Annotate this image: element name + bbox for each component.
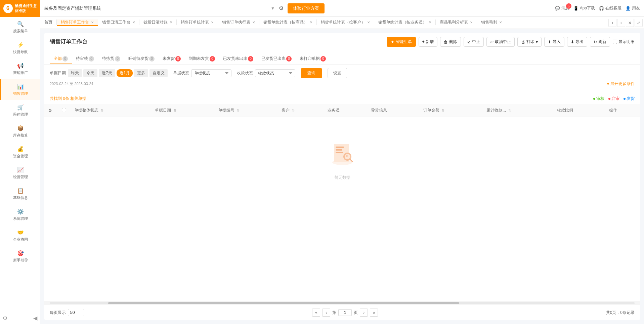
tab-scroll-right[interactable]: › [617,19,625,27]
tab-0[interactable]: 首页 [40,19,57,25]
stop-button[interactable]: ⊘ 中止 [464,37,484,47]
tab-7[interactable]: 销货单统计表（按客户）✕ [317,19,374,25]
sub-tab-2[interactable]: 待拣货0 [98,54,124,64]
date-1month-btn[interactable]: 近1月 [117,69,133,77]
tab-close-all[interactable]: ✕ [626,19,634,27]
tab-8[interactable]: 销货单统计表（按业务员）✕ [374,19,436,25]
collapse-icon[interactable]: ◀ [33,315,37,321]
page-size-select[interactable]: 50 20 100 [68,309,84,316]
th-config[interactable]: ⚙ [44,104,58,117]
sidebar-item-库存核算[interactable]: 📦库存核算 [0,121,40,142]
settings-icon[interactable]: ⚙ [3,315,7,321]
filter-area: 单据日期 昨天 今天 近7天 近1月 更多 自定义 单据状态 [44,65,640,93]
sidebar-item-快捷导航[interactable]: ⚡快捷导航 [0,38,40,58]
tab-4[interactable]: 销售订单统计表✕ [177,19,218,25]
tab-maximize[interactable]: ⤢ [635,19,643,27]
sidebar-item-企业协同[interactable]: 🤝企业协同 [0,225,40,246]
expand-more-button[interactable]: ▾ 展开更多条件 [607,81,635,87]
tab-scroll-left[interactable]: ‹ [608,19,616,27]
date-yesterday-btn[interactable]: 昨天 [68,69,82,77]
sidebar-item-搜索菜单[interactable]: 🔍搜索菜单 [0,17,40,38]
print-button[interactable]: 🖨 打印 ▾ [517,37,542,47]
delete-button[interactable]: 🗑 删除 [440,37,461,47]
tab-6[interactable]: 销货单统计表（按商品）✕ [259,19,317,25]
tab-close-8[interactable]: ✕ [429,21,431,24]
mobile-icon: 📱 [573,6,578,11]
bulk-cancel-button[interactable]: 弃审 [608,96,619,102]
sidebar-icon-3: 📊 [17,83,24,90]
tab-close-9[interactable]: ✕ [470,21,473,24]
scrollbar-thumb[interactable] [108,302,459,304]
sidebar-item-系统管理[interactable]: ⚙️系统管理 [0,204,40,225]
sub-tab-6[interactable]: 已发货未出库0 [219,54,257,64]
sub-tab-0[interactable]: 全部0 [50,54,72,64]
import-button[interactable]: ⬆ 导入 [544,37,564,47]
sub-tab-3[interactable]: 旺铺待发货0 [124,54,159,64]
ai-generate-button[interactable]: ★ 智能生单 [387,37,416,47]
gear-icon[interactable]: ⚙ [279,5,284,11]
select-all-checkbox[interactable] [62,108,66,112]
payment-filter-select[interactable]: 收款状态 [255,69,295,77]
tab-close-3[interactable]: ✕ [170,21,172,24]
sub-tab-label-8: 未打印单据 [300,56,320,61]
date-more-btn[interactable]: 更多 [134,69,148,77]
next-page-btn[interactable]: › [360,309,368,317]
tab-10[interactable]: 销售毛利✕ [477,19,506,25]
date-custom-btn[interactable]: 自定义 [149,69,168,77]
sidebar-item-销售管理[interactable]: 📊销售管理 [0,79,40,100]
app-download-button[interactable]: 📱 App下载 [573,5,595,11]
status-filter-select[interactable]: 单据状态 [191,69,231,77]
new-button[interactable]: + 新增 [419,37,437,47]
star-icon: ★ [391,40,394,44]
tab-container: 首页销售订单工作台✕钱货日清工作台✕钱货日清对账✕销售订单统计表✕销售订单执行表… [40,19,607,26]
horizontal-scrollbar[interactable] [44,301,640,305]
sub-tab-4[interactable]: 未发货0 [159,54,185,64]
tab-close-7[interactable]: ✕ [367,21,370,24]
sidebar-item-采购管理[interactable]: 🛒采购管理 [0,100,40,121]
tab-close-2[interactable]: ✕ [132,21,135,24]
date-7days-btn[interactable]: 近7天 [99,69,115,77]
last-page-btn[interactable]: » [370,309,378,317]
filter-setting-button[interactable]: 设置 [328,68,347,78]
cancel-stop-button[interactable]: ↩ 取消中止 [486,37,515,47]
tab-5[interactable]: 销售订单执行表✕ [218,19,259,25]
tab-close-10[interactable]: ✕ [499,21,502,24]
tab-label-6: 销货单统计表（按商品） [263,19,308,25]
tab-2[interactable]: 钱货日清工作台✕ [98,19,139,25]
show-detail-checkbox[interactable] [613,40,617,44]
th-checkbox[interactable] [58,104,70,117]
sidebar-item-经营管理[interactable]: 📈经营管理 [0,163,40,184]
sidebar-item-营销推广[interactable]: 📢营销推广 [0,58,40,79]
app-logo: 6 畅捷通好生意 标准版 [0,0,40,17]
tab-close-4[interactable]: ✕ [211,21,214,24]
sub-tab-8[interactable]: 未打印单据0 [296,54,330,64]
refresh-button[interactable]: ↻ 刷新 [590,37,610,47]
export-button[interactable]: ⬇ 导出 [567,37,587,47]
tab-close-6[interactable]: ✕ [310,21,312,24]
sub-tab-5[interactable]: 到期未发货0 [185,54,219,64]
sidebar-item-资金管理[interactable]: 💰资金管理 [0,142,40,163]
sub-tab-1[interactable]: 待审核0 [72,54,98,64]
first-page-btn[interactable]: « [312,309,320,317]
system-dropdown-arrow[interactable]: ▼ [271,6,275,11]
message-button[interactable]: 💬 消息 6 [555,5,569,11]
online-service-button[interactable]: 🎧 在线客服 [599,5,621,11]
tab-close-1[interactable]: ✕ [91,21,94,24]
tab-close-5[interactable]: ✕ [252,21,255,24]
sub-tab-7[interactable]: 已发货已出库0 [257,54,296,64]
tab-3[interactable]: 钱货日清对账✕ [139,19,177,25]
tab-9[interactable]: 商品毛利分析表✕ [436,19,477,25]
bulk-ship-button[interactable]: 发货 [624,96,635,102]
sidebar-item-基础信息[interactable]: 📋基础信息 [0,184,40,204]
industry-solution-button[interactable]: 体验行业方案 [288,3,325,13]
query-button[interactable]: 查询 [301,68,322,78]
bulk-approve-button[interactable]: 审核 [593,96,604,102]
prev-page-btn[interactable]: ‹ [322,309,330,317]
tab-1[interactable]: 销售订单工作台✕ [57,19,98,26]
page-number-input[interactable] [338,309,352,316]
tab-label-8: 销货单统计表（按业务员） [378,19,427,25]
date-today-btn[interactable]: 今天 [83,69,97,77]
svg-rect-3 [336,149,342,151]
user-menu[interactable]: 👤 用友 [626,5,640,11]
sidebar-item-新手引导[interactable]: 🎯新手引导 [0,246,40,267]
